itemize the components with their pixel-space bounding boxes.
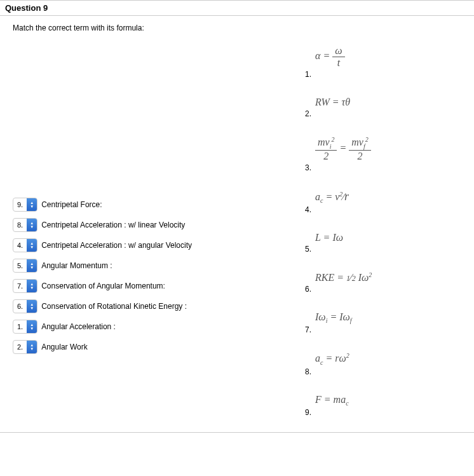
- answer-select[interactable]: 1. ▲▼: [13, 320, 37, 334]
- formula-item: F = mac 9.: [305, 394, 445, 417]
- select-value: 9.: [13, 201, 27, 208]
- formula-display: ac = v2⁄r: [315, 190, 445, 204]
- formula-number: 1.: [305, 70, 311, 79]
- answer-select[interactable]: 8. ▲▼: [13, 218, 37, 232]
- formula-item: Iωi = Iωf 7.: [305, 311, 445, 334]
- select-value: 8.: [13, 221, 27, 229]
- chevron-updown-icon: ▲▼: [27, 341, 37, 353]
- formula-number: 4.: [305, 205, 311, 214]
- question-content: Match the correct term with its formula:…: [0, 16, 474, 427]
- formula-number: 9.: [305, 408, 311, 417]
- formula-display: ac = rω2: [315, 352, 445, 366]
- chevron-updown-icon: ▲▼: [27, 280, 37, 292]
- formula-item: ac = rω2 8.: [305, 352, 445, 376]
- select-value: 2.: [13, 343, 27, 351]
- answer-select[interactable]: 6. ▲▼: [13, 299, 37, 313]
- chevron-updown-icon: ▲▼: [27, 239, 37, 252]
- answer-select[interactable]: 5. ▲▼: [13, 259, 37, 273]
- term-label: Angular Work: [41, 343, 87, 351]
- formula-display: mvi22 = mvf22: [315, 136, 445, 162]
- formula-display: L = Iω: [315, 232, 445, 243]
- formula-display: RKE = 1⁄2 Iω2: [315, 271, 445, 283]
- formula-item: mvi22 = mvf22 3.: [305, 136, 445, 172]
- term-label: Angular Acceleration :: [41, 322, 116, 331]
- formula-item: α = ωt 1.: [305, 45, 445, 79]
- term-label: Centripetal Acceleration : w/ linear Vel…: [41, 221, 185, 229]
- term-label: Angular Momentum :: [41, 261, 112, 270]
- chevron-updown-icon: ▲▼: [27, 300, 37, 313]
- answer-select[interactable]: 2. ▲▼: [13, 340, 37, 354]
- match-row: 6. ▲▼ Conservation of Rotational Kinetic…: [13, 299, 280, 313]
- answer-select[interactable]: 7. ▲▼: [13, 279, 37, 293]
- match-row: 9. ▲▼ Centripetal Force:: [13, 198, 280, 212]
- match-row: 2. ▲▼ Angular Work: [13, 340, 280, 354]
- chevron-updown-icon: ▲▼: [27, 219, 37, 231]
- term-label: Centripetal Acceleration : w/ angular Ve…: [41, 241, 192, 250]
- match-row: 4. ▲▼ Centripetal Acceleration : w/ angu…: [13, 238, 280, 252]
- footer-divider: [0, 432, 474, 433]
- term-label: Conservation of Rotational Kinetic Energ…: [41, 302, 187, 311]
- formula-display: α = ωt: [315, 45, 445, 69]
- formula-display: RW = τθ: [315, 97, 445, 108]
- formula-number: 6.: [305, 285, 311, 294]
- formula-display: F = mac: [315, 394, 445, 407]
- terms-column: 9. ▲▼ Centripetal Force: 8. ▲▼ Centripet…: [13, 45, 280, 419]
- formula-number: 2.: [305, 109, 311, 118]
- select-value: 7.: [13, 282, 27, 290]
- match-row: 5. ▲▼ Angular Momentum :: [13, 259, 280, 273]
- select-value: 4.: [13, 241, 27, 249]
- question-header: Question 9: [0, 0, 474, 16]
- chevron-updown-icon: ▲▼: [27, 259, 37, 272]
- formulas-column: α = ωt 1. RW = τθ 2. mvi22 = mvf22 3.: [280, 45, 445, 419]
- question-title: Question 9: [5, 3, 48, 13]
- formula-number: 5.: [305, 245, 311, 254]
- select-value: 1.: [13, 323, 27, 330]
- formula-item: RW = τθ 2.: [305, 97, 445, 118]
- select-value: 5.: [13, 262, 27, 269]
- select-value: 6.: [13, 303, 27, 310]
- formula-item: L = Iω 5.: [305, 232, 445, 254]
- question-prompt: Match the correct term with its formula:: [13, 24, 461, 32]
- main-area: 9. ▲▼ Centripetal Force: 8. ▲▼ Centripet…: [13, 45, 461, 419]
- formula-number: 7.: [305, 325, 311, 334]
- match-row: 7. ▲▼ Conservation of Angular Momentum:: [13, 279, 280, 293]
- chevron-updown-icon: ▲▼: [27, 198, 37, 211]
- term-label: Centripetal Force:: [41, 200, 102, 209]
- formula-display: Iωi = Iωf: [315, 311, 445, 324]
- formula-item: ac = v2⁄r 4.: [305, 190, 445, 214]
- answer-select[interactable]: 9. ▲▼: [13, 198, 37, 212]
- formula-item: RKE = 1⁄2 Iω2 6.: [305, 271, 445, 294]
- formula-number: 3.: [305, 163, 311, 172]
- match-row: 8. ▲▼ Centripetal Acceleration : w/ line…: [13, 218, 280, 232]
- chevron-updown-icon: ▲▼: [27, 320, 37, 333]
- answer-select[interactable]: 4. ▲▼: [13, 238, 37, 252]
- term-label: Conservation of Angular Momentum:: [41, 282, 165, 290]
- match-row: 1. ▲▼ Angular Acceleration :: [13, 320, 280, 334]
- formula-number: 8.: [305, 367, 311, 376]
